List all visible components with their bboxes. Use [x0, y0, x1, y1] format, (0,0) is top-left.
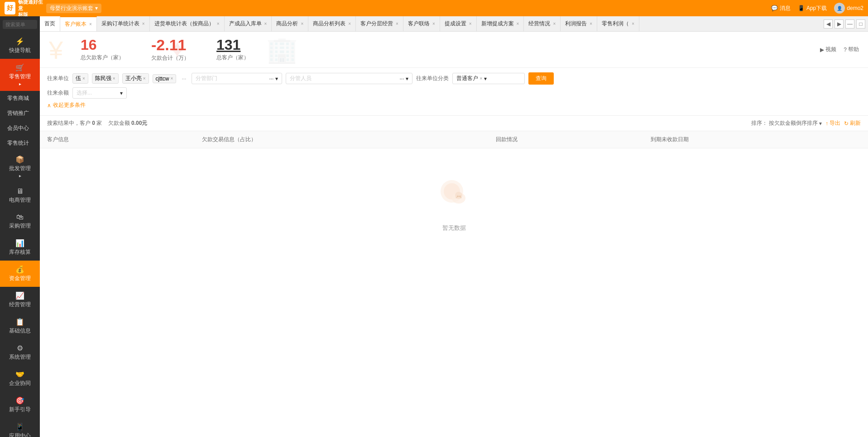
tab-profit-report[interactable]: 利润报告 ×: [561, 16, 597, 31]
balance-filter[interactable]: 选择... ▾: [72, 87, 127, 99]
person-filter[interactable]: 分管人员 ··· ▾: [286, 73, 412, 84]
unit-type-filter[interactable]: 普通客户 × ▾: [452, 73, 525, 84]
close-tab-icon-4[interactable]: ×: [264, 21, 267, 26]
collapse-btn[interactable]: ∧ 收起更多条件: [47, 101, 861, 109]
finance-icon: 💰: [15, 265, 24, 274]
sidebar-item-system[interactable]: ⚙ 系统管理: [0, 339, 40, 366]
top-bar: 好 畅捷通好生意 标版 母婴行业演示账套 ▾ 💬 消息 📱 App下载 👤 de…: [0, 0, 868, 16]
tab-customer-segmentation[interactable]: 客户分层经营 ×: [356, 16, 403, 31]
maximize-btn[interactable]: □: [856, 19, 865, 28]
remove-tag-3[interactable]: ×: [143, 76, 146, 81]
close-tab-icon-3[interactable]: ×: [217, 21, 220, 26]
close-tab-icon-12[interactable]: ×: [590, 21, 592, 26]
message-icon: 💬: [771, 5, 778, 11]
tab-customer-contact[interactable]: 客户联络 ×: [403, 16, 440, 31]
stat-item-total-customers: 131 总客户（家）: [216, 38, 249, 62]
search-input[interactable]: [3, 20, 37, 29]
close-tab-icon-8[interactable]: ×: [432, 21, 435, 26]
close-tab-icon-5[interactable]: ×: [301, 21, 303, 26]
filter-tag-4: cjttcw ×: [153, 74, 177, 83]
video-btn[interactable]: ▶ 视频: [820, 46, 836, 53]
sidebar-item-app-center[interactable]: 📱 应用中心: [0, 418, 40, 437]
sidebar-search-area: [0, 16, 40, 33]
app-container: 好 畅捷通好生意 标版 母婴行业演示账套 ▾ 💬 消息 📱 App下载 👤 de…: [0, 0, 868, 437]
sidebar-item-purchase[interactable]: 🛍 采购管理: [0, 209, 40, 234]
message-btn[interactable]: 💬 消息: [771, 5, 791, 12]
filter-bar: 往来单位 伍 × 陈民强 × 王小亮 ×: [40, 68, 868, 116]
table-area: 搜索结果中，客户 0 家 欠款金额 0.00元 排序： 按欠款金额倒序排序: [40, 116, 868, 437]
sidebar-item-operations[interactable]: 📈 经营管理: [0, 287, 40, 313]
remove-tag-4[interactable]: ×: [171, 76, 173, 81]
refresh-btn[interactable]: ↻ 刷新: [844, 119, 861, 127]
sidebar-item-retail-mall[interactable]: 零售商城: [0, 91, 40, 106]
home-tab-label: 首页: [44, 20, 55, 28]
tab-business-status[interactable]: 经营情况 ×: [524, 16, 561, 31]
filter-tag-2: 陈民强 ×: [92, 73, 119, 84]
sidebar-item-quick-nav[interactable]: ⚡ 快捷导航: [0, 33, 40, 59]
tab-purchase-order-stats[interactable]: 采购订单统计表 ×: [97, 16, 150, 31]
close-tab-icon-7[interactable]: ×: [396, 21, 398, 26]
sidebar-item-marketing[interactable]: 营销推广: [0, 106, 40, 121]
sidebar-item-ecommerce[interactable]: 🖥 电商管理: [0, 183, 40, 209]
credit-customers-label: 总欠款客户（家）: [81, 54, 124, 62]
filter-more-btn[interactable]: ···: [180, 75, 188, 83]
sidebar-item-new-user[interactable]: 🎯 新手引导: [0, 392, 40, 418]
sidebar-item-inventory[interactable]: 📊 库存核算: [0, 234, 40, 261]
close-tab-icon-10[interactable]: ×: [517, 21, 519, 26]
search-result-info: 搜索结果中，客户 0 家 欠款金额 0.00元: [47, 119, 147, 127]
close-tab-icon-6[interactable]: ×: [348, 21, 351, 26]
tab-home[interactable]: 首页: [40, 16, 60, 31]
tab-product-analysis[interactable]: 商品分析 ×: [272, 16, 308, 31]
expand-icon: ···: [269, 76, 273, 82]
tab-new-promotion-plan[interactable]: 新增提成方案 ×: [477, 16, 524, 31]
filter-row-1: 往来单位 伍 × 陈民强 × 王小亮 ×: [47, 72, 861, 85]
empty-state-icon: [436, 176, 472, 218]
retail-icon: 🛒: [15, 63, 24, 72]
dept-filter[interactable]: 分管部门 ··· ▾: [192, 73, 282, 84]
export-btn[interactable]: ↑ 导出: [825, 119, 840, 127]
remove-tag-2[interactable]: ×: [113, 76, 115, 81]
remove-tag-1[interactable]: ×: [82, 76, 85, 81]
sidebar-item-basic-info[interactable]: 📋 基础信息: [0, 313, 40, 339]
col-customer-info: 客户信息: [40, 131, 195, 148]
sidebar-item-enterprise-collab[interactable]: 🤝 企业协同: [0, 366, 40, 392]
stat-bg-icon-2: ✦: [167, 35, 188, 64]
operations-icon: 📈: [15, 291, 24, 300]
content-area: 首页 客户账本 × 采购订单统计表 × 进货单统计表（按商品） × 产成品入库单…: [40, 16, 868, 437]
remove-unit-type[interactable]: ×: [480, 76, 482, 81]
user-profile-btn[interactable]: 👤 demo2: [834, 3, 863, 14]
prev-tab-btn[interactable]: ◀: [824, 19, 833, 28]
tab-customer-accounts[interactable]: 客户账本 ×: [60, 16, 97, 31]
col-credit-transaction: 欠款交易信息（占比）: [195, 131, 489, 148]
tab-promotion-settings[interactable]: 提成设置 ×: [440, 16, 477, 31]
app-download-btn[interactable]: 📱 App下载: [798, 5, 827, 12]
close-tab-icon-11[interactable]: ×: [553, 21, 556, 26]
ecommerce-icon: 🖥: [16, 187, 24, 195]
sort-selector[interactable]: 排序： 按欠款金额倒序排序 ▾: [751, 119, 822, 127]
sidebar-item-wholesale[interactable]: 📦 批发管理 ▸: [0, 151, 40, 183]
sidebar-item-membership[interactable]: 会员中心: [0, 121, 40, 136]
sidebar-item-retail-mgmt[interactable]: 🛒 零售管理 ▸: [0, 59, 40, 91]
tab-controls: ◀ ▶ — □: [821, 19, 868, 28]
chevron-down-icon-person: ▾: [406, 76, 408, 82]
tab-inbound-stats[interactable]: 进货单统计表（按商品） ×: [150, 16, 225, 31]
account-selector[interactable]: 母婴行业演示账套 ▾: [46, 4, 101, 13]
query-button[interactable]: 查询: [528, 72, 554, 85]
export-icon: ↑: [825, 120, 828, 127]
close-tab-icon-2[interactable]: ×: [142, 21, 145, 26]
tab-retail-profit[interactable]: 零售利润（ ×: [597, 16, 639, 31]
tab-product-inbound[interactable]: 产成品入库单 ×: [225, 16, 272, 31]
sidebar-item-retail-stats[interactable]: 零售统计: [0, 136, 40, 151]
col-repayment: 回款情况: [489, 131, 643, 148]
tab-product-analysis-list[interactable]: 商品分析列表 ×: [308, 16, 356, 31]
minimize-btn[interactable]: —: [845, 19, 854, 28]
close-tab-icon-13[interactable]: ×: [632, 21, 634, 26]
next-tab-btn[interactable]: ▶: [834, 19, 844, 28]
stat-bg-icon-1: ¥: [49, 35, 63, 64]
help-btn[interactable]: ? 帮助: [844, 46, 859, 53]
close-tab-icon-9[interactable]: ×: [469, 21, 472, 26]
table-header-row: 客户信息 欠款交易信息（占比） 回款情况 到期未收款日期: [40, 131, 868, 148]
close-tab-icon[interactable]: ×: [89, 22, 92, 27]
wholesale-icon: 📦: [15, 155, 24, 164]
sidebar-item-finance[interactable]: 💰 资金管理: [0, 261, 40, 287]
